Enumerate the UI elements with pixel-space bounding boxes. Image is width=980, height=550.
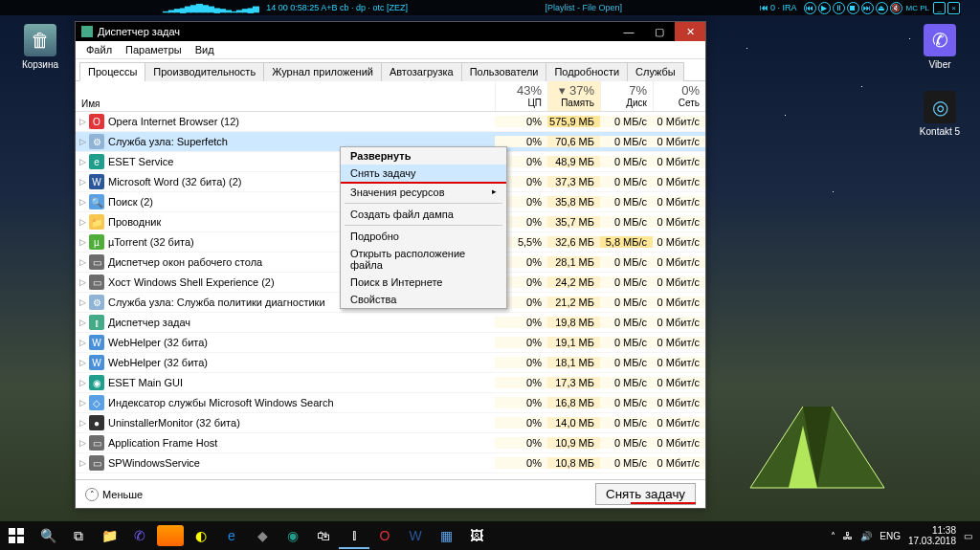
expand-icon[interactable]: ▷ <box>76 177 89 187</box>
expand-icon[interactable]: ▷ <box>76 157 89 166</box>
expand-icon[interactable]: ▷ <box>76 458 89 468</box>
process-row[interactable]: ▷ W WebHelper (32 бита) 0% 18,1 МБ 0 МБ/… <box>76 353 705 373</box>
tray-chevron-up-icon[interactable]: ˄ <box>831 531 835 541</box>
media-play-icon[interactable]: ▶ <box>818 2 831 14</box>
process-row[interactable]: ▷ ◉ ESET Main GUI 0% 17,3 МБ 0 МБ/с 0 Мб… <box>76 373 705 393</box>
ctx-Снять задачу[interactable]: Снять задачу <box>341 165 506 182</box>
start-button[interactable] <box>0 522 33 549</box>
media-mode-label[interactable]: MC PL <box>906 4 929 12</box>
expand-icon[interactable]: ▷ <box>76 257 89 267</box>
process-row[interactable]: ▷ O Opera Internet Browser (12) 0% 575,9… <box>76 112 705 132</box>
media-min-icon[interactable]: _ <box>933 2 946 14</box>
process-row[interactable]: ▷ ⫿ Диспетчер задач 0% 19,8 МБ 0 МБ/с 0 … <box>76 313 705 333</box>
expand-icon[interactable]: ▷ <box>76 398 89 407</box>
expand-icon[interactable]: ▷ <box>76 318 89 327</box>
media-player-bar[interactable]: ▁▂▃▄▅▆▇▆▅▄▃▂▁▂▃▄▅ 14 00 0:58:25 A+B cb ·… <box>0 0 961 15</box>
col-network[interactable]: 0%Сеть <box>653 81 705 111</box>
taskbar-word[interactable]: W <box>400 522 431 549</box>
titlebar[interactable]: Диспетчер задач — ▢ ✕ <box>76 22 705 41</box>
expand-icon[interactable]: ▷ <box>76 438 89 448</box>
ctx-Открыть расположение файла[interactable]: Открыть расположение файла <box>341 245 506 274</box>
desktop-viber[interactable]: ✆ Viber <box>911 24 969 70</box>
process-row[interactable]: ▷ W WebHelper (32 бита) 0% 19,1 МБ 0 МБ/… <box>76 333 705 353</box>
taskbar-app3[interactable]: ◆ <box>247 522 278 549</box>
tray-volume-icon[interactable]: 🔊 <box>860 531 872 541</box>
media-stop-icon[interactable]: ⏹ <box>847 2 859 14</box>
fewer-details-button[interactable]: ˄ Меньше <box>85 488 143 501</box>
col-memory[interactable]: ▾ 37%Память <box>547 81 600 111</box>
expand-icon[interactable]: ▷ <box>76 358 89 367</box>
menu-Параметры[interactable]: Параметры <box>119 42 189 57</box>
tab-6[interactable]: Службы <box>627 62 684 81</box>
taskbar-store[interactable]: 🛍 <box>308 522 339 549</box>
expand-icon[interactable]: ▷ <box>76 217 89 227</box>
maximize-button[interactable]: ▢ <box>644 22 675 41</box>
tab-1[interactable]: Производительность <box>145 62 264 81</box>
process-name: Opera Internet Browser (12) <box>108 116 495 127</box>
menu-bar: ФайлПараметрыВид <box>76 41 705 59</box>
memory-value: 35,8 МБ <box>547 196 600 208</box>
col-cpu[interactable]: 43%ЦП <box>495 81 547 111</box>
tab-3[interactable]: Автозагрузка <box>381 62 462 81</box>
expand-icon[interactable]: ▷ <box>76 297 89 307</box>
tray-network-icon[interactable]: 🖧 <box>843 531 853 541</box>
expand-icon[interactable]: ▷ <box>76 277 89 287</box>
taskbar-app1[interactable] <box>157 525 184 546</box>
search-icon[interactable]: 🔍 <box>33 522 63 549</box>
taskbar-app2[interactable]: ◐ <box>186 522 216 549</box>
close-button[interactable]: ✕ <box>675 22 705 41</box>
task-view-icon[interactable]: ⧉ <box>63 522 94 549</box>
ctx-Значения ресурсов[interactable]: Значения ресурсов <box>341 184 506 201</box>
recycle-bin-icon: 🗑 <box>24 24 56 56</box>
ctx-Поиск в Интернете[interactable]: Поиск в Интернете <box>341 274 506 291</box>
media-prev-icon[interactable]: ⏮ <box>804 2 816 14</box>
memory-value: 16,8 МБ <box>547 397 600 408</box>
col-name[interactable]: Имя <box>76 81 495 111</box>
expand-icon[interactable]: ▷ <box>76 117 89 126</box>
tab-2[interactable]: Журнал приложений <box>263 62 382 81</box>
tray-clock[interactable]: 11:38 17.03.2018 <box>908 525 956 546</box>
process-row[interactable]: ▷ ▭ Application Frame Host 0% 10,9 МБ 0 … <box>76 433 705 453</box>
expand-icon[interactable]: ▷ <box>76 137 89 146</box>
media-pause-icon[interactable]: ⏸ <box>833 2 845 14</box>
media-next-icon[interactable]: ⏭ <box>861 2 874 14</box>
media-open-icon[interactable]: ⏏ <box>876 2 888 14</box>
ctx-Подробно[interactable]: Подробно <box>341 228 506 245</box>
desktop-recycle-bin[interactable]: 🗑 Корзина <box>11 24 69 70</box>
menu-Вид[interactable]: Вид <box>189 42 221 57</box>
process-row[interactable]: ▷ ▭ SPWindowsService 0% 10,8 МБ 0 МБ/с 0… <box>76 453 705 473</box>
expand-icon[interactable]: ▷ <box>76 378 89 387</box>
taskbar-viber[interactable]: ✆ <box>124 522 155 549</box>
taskbar-explorer[interactable]: 📁 <box>94 522 124 549</box>
column-headers[interactable]: Имя 43%ЦП ▾ 37%Память 7%Диск 0%Сеть <box>76 81 705 112</box>
media-mute-icon[interactable]: 🔇 <box>890 2 902 14</box>
ctx-Создать файл дампа[interactable]: Создать файл дампа <box>341 206 506 223</box>
tray-notifications-icon[interactable]: ▭ <box>964 531 972 541</box>
ctx-Свойства[interactable]: Свойства <box>341 291 506 308</box>
expand-icon[interactable]: ▷ <box>76 338 89 347</box>
taskbar[interactable]: 🔍 ⧉ 📁 ✆ ◐ e ◆ ◉ 🛍 ⫿ O W ▦ 🖼 ˄ 🖧 🔊 ENG 11… <box>0 521 980 550</box>
expand-icon[interactable]: ▷ <box>76 197 89 207</box>
taskbar-eset[interactable]: ◉ <box>278 522 308 549</box>
tab-0[interactable]: Процессы <box>79 62 145 81</box>
tray-language[interactable]: ENG <box>880 531 901 541</box>
expand-icon[interactable]: ▷ <box>76 237 89 247</box>
col-disk[interactable]: 7%Диск <box>600 81 653 111</box>
minimize-button[interactable]: — <box>613 22 644 41</box>
desktop-kontakt[interactable]: ◎ Kontakt 5 <box>911 91 969 137</box>
ctx-Развернуть[interactable]: Развернуть <box>341 147 506 165</box>
cpu-value: 0% <box>495 397 547 408</box>
process-row[interactable]: ▷ ● UninstallerMonitor (32 бита) 0% 14,0… <box>76 413 705 433</box>
taskbar-pictures[interactable]: 🖼 <box>461 522 492 549</box>
media-close-icon[interactable]: × <box>947 2 960 14</box>
menu-Файл[interactable]: Файл <box>79 42 119 57</box>
process-row[interactable]: ▷ ◇ Индексатор службы Microsoft Windows … <box>76 393 705 413</box>
taskbar-opera[interactable]: O <box>369 522 400 549</box>
taskbar-edge[interactable]: e <box>216 522 247 549</box>
tab-5[interactable]: Подробности <box>546 62 628 81</box>
tab-4[interactable]: Пользователи <box>461 62 547 81</box>
taskbar-app4[interactable]: ▦ <box>431 522 461 549</box>
window-title: Диспетчер задач <box>98 26 180 37</box>
expand-icon[interactable]: ▷ <box>76 418 89 428</box>
taskbar-tm[interactable]: ⫿ <box>339 522 369 549</box>
